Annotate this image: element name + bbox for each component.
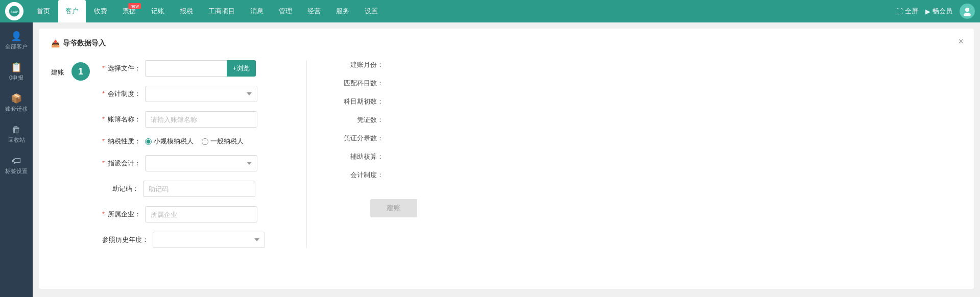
sidebar-label: 0申报 (9, 74, 23, 82)
top-nav: EaRP 首页客户收费票据new记账报税工商项目消息管理经营服务设置 ⛶ 全屏 … (0, 0, 980, 22)
sidebar-item-回收站[interactable]: 🗑回收站 (0, 120, 33, 149)
member-label: 畅会员 (933, 7, 952, 16)
tax-radio-group: 小规模纳税人 一般纳税人 (145, 137, 244, 146)
nav-item-首页[interactable]: 首页 (30, 0, 57, 22)
required-mark: * (102, 64, 105, 72)
company-label: * 所属企业： (102, 210, 141, 219)
accountant-row: * 指派会计： (102, 155, 291, 171)
fullscreen-label: 全屏 (905, 7, 918, 16)
sidebar-item-标签设置[interactable]: 🏷标签设置 (0, 151, 33, 180)
sidebar-icon: 👤 (11, 32, 22, 41)
avatar[interactable] (960, 4, 975, 19)
nav-item-管理[interactable]: 管理 (272, 0, 299, 22)
sidebar-icon: 🏷 (12, 156, 21, 165)
step-circle: 1 (71, 62, 90, 81)
nav-item-消息[interactable]: 消息 (243, 0, 271, 22)
main-content: 📤 导爷数据导入 × 建账 1 * (33, 22, 980, 297)
card-title: 📤 导爷数据导入 (51, 39, 962, 48)
sidebar-item-全部客户[interactable]: 👤全部客户 (0, 27, 33, 56)
member-button[interactable]: ▶ 畅会员 (925, 7, 952, 16)
file-row: * 选择文件： +浏览 (102, 60, 291, 77)
info-row: 科目期初数： (343, 97, 445, 106)
info-field-label: 建账月份： (343, 60, 384, 69)
sidebar-icon: 📋 (11, 63, 22, 72)
year-label: 参照历史年度： (102, 235, 149, 244)
tax-row: * 纳税性质： 小规模纳税人 一般纳税人 (102, 137, 291, 146)
memo-row: 助记码： (102, 181, 291, 197)
close-button[interactable]: × (958, 37, 964, 46)
info-field-label: 匹配科目数： (343, 79, 384, 88)
file-label: * 选择文件： (102, 64, 141, 73)
tax-general-text: 一般纳税人 (210, 137, 244, 146)
nav-item-收费[interactable]: 收费 (87, 0, 114, 22)
file-input-row: +浏览 (145, 60, 256, 77)
step-and-fields: 建账 1 * 选择文件： +浏 (51, 60, 291, 248)
info-field-label: 凭证分录数： (343, 134, 384, 143)
sidebar-item-账套迁移[interactable]: 📦账套迁移 (0, 89, 33, 118)
nav-item-设置[interactable]: 设置 (357, 0, 385, 22)
info-field-label: 科目期初数： (343, 97, 384, 106)
title-icon: 📤 (51, 39, 60, 47)
sidebar-icon: 📦 (11, 94, 22, 103)
nav-item-票据[interactable]: 票据new (115, 0, 143, 22)
info-panel: 建账月份：匹配科目数：科目期初数：凭证数：凭证分录数：辅助核算：会计制度：建账 (343, 60, 445, 217)
sidebar-label: 账套迁移 (5, 105, 28, 113)
company-row: * 所属企业： (102, 206, 291, 222)
form-fields: * 选择文件： +浏览 * 会计制度： (102, 60, 291, 248)
accounting-row: * 会计制度： (102, 86, 291, 102)
year-select[interactable] (153, 232, 265, 248)
svg-point-3 (964, 13, 971, 16)
nav-item-服务[interactable]: 服务 (329, 0, 356, 22)
memo-input[interactable] (143, 181, 255, 197)
info-field-label: 凭证数： (343, 115, 384, 125)
sidebar-icon: 🗑 (12, 125, 21, 134)
tax-small-label[interactable]: 小规模纳税人 (145, 137, 194, 146)
file-text-input[interactable] (145, 60, 227, 77)
form-and-info: 建账 1 * 选择文件： +浏 (51, 60, 962, 248)
fullscreen-button[interactable]: ⛶ 全屏 (896, 7, 918, 16)
browse-button[interactable]: +浏览 (227, 60, 256, 77)
company-input[interactable] (145, 206, 257, 222)
badge-new: new (128, 3, 141, 9)
accounting-label: * 会计制度： (102, 89, 141, 98)
info-row: 匹配科目数： (343, 79, 445, 88)
nav-items: 首页客户收费票据new记账报税工商项目消息管理经营服务设置 (30, 0, 896, 22)
card-title-text: 导爷数据导入 (63, 39, 106, 48)
memo-label: 助记码： (102, 184, 139, 193)
app-logo: EaRP (5, 2, 23, 20)
info-field-label: 辅助核算： (343, 152, 384, 161)
layout: 👤全部客户📋0申报📦账套迁移🗑回收站🏷标签设置 📤 导爷数据导入 × 建账 1 (0, 22, 980, 297)
fullscreen-icon: ⛶ (896, 8, 903, 15)
ledger-row: * 账簿名称： (102, 111, 291, 128)
nav-item-记账[interactable]: 记账 (144, 0, 172, 22)
sidebar: 👤全部客户📋0申报📦账套迁移🗑回收站🏷标签设置 (0, 22, 33, 297)
tax-small-radio[interactable] (145, 138, 152, 145)
step-label: 建账 (51, 68, 64, 77)
year-row: 参照历史年度： (102, 232, 291, 248)
establish-button[interactable]: 建账 (370, 199, 417, 217)
info-row: 凭证分录数： (343, 134, 445, 143)
tax-general-label[interactable]: 一般纳税人 (202, 137, 244, 146)
ledger-input[interactable] (145, 111, 257, 128)
tax-label: * 纳税性质： (102, 137, 141, 146)
sidebar-label: 标签设置 (5, 167, 28, 175)
nav-item-经营[interactable]: 经营 (300, 0, 328, 22)
accountant-select[interactable] (145, 155, 257, 171)
nav-item-报税[interactable]: 报税 (173, 0, 200, 22)
info-row: 会计制度： (343, 170, 445, 180)
sidebar-item-0申报[interactable]: 📋0申报 (0, 58, 33, 87)
svg-text:EaRP: EaRP (10, 10, 18, 13)
nav-item-客户[interactable]: 客户 (58, 0, 86, 22)
sidebar-label: 全部客户 (5, 43, 28, 51)
tax-general-radio[interactable] (202, 138, 208, 145)
ledger-label: * 账簿名称： (102, 115, 141, 124)
accounting-select[interactable] (145, 86, 257, 102)
tax-small-text: 小规模纳税人 (154, 137, 194, 146)
nav-item-工商项目[interactable]: 工商项目 (201, 0, 242, 22)
divider (306, 60, 307, 248)
info-row: 建账月份： (343, 60, 445, 69)
accountant-label: * 指派会计： (102, 159, 141, 168)
info-row: 辅助核算： (343, 152, 445, 161)
svg-point-2 (965, 8, 969, 12)
member-icon: ▶ (925, 8, 930, 15)
